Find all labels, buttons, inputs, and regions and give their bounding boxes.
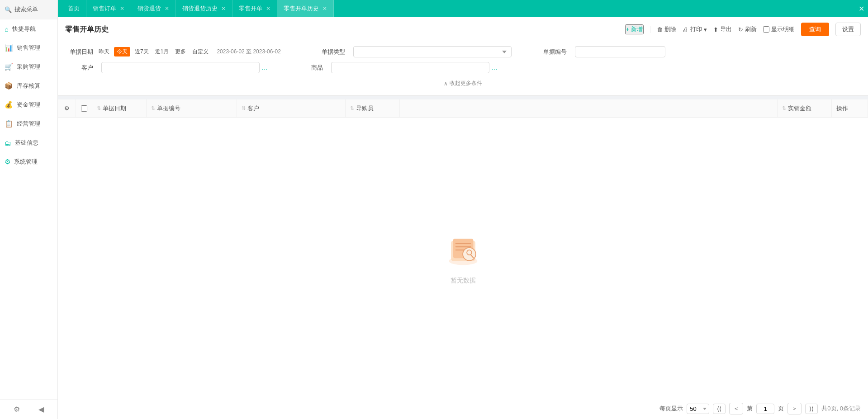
date-options: 昨天 今天 近7天 近1月 更多 自定义 2023-06-02 至 2023-0… (97, 47, 281, 56)
display-button-label: 显示明细 (771, 25, 795, 33)
delete-button-label: 删除 (664, 25, 676, 33)
tab-retail-history[interactable]: 零售开单历史 ✕ (277, 0, 334, 17)
page-title-row: 零售开单历史 + 新增 🗑 删除 🖨 打印 ▾ (65, 23, 861, 36)
sidebar-bottom: ⚙ ◀ (0, 399, 57, 419)
th-checkbox[interactable] (76, 99, 92, 117)
sidebar-item-inventory-label: 库存核算 (17, 82, 40, 90)
type-select[interactable] (353, 46, 512, 57)
no-input[interactable] (575, 46, 665, 57)
settings-col-icon: ⚙ (64, 105, 70, 112)
tab-retail-order-label: 零售开单 (239, 5, 262, 13)
no-label: 单据编号 (539, 48, 570, 56)
sidebar-search[interactable]: 🔍 搜索采单 (0, 0, 57, 19)
sidebar-item-inventory[interactable]: 📦 库存核算 (0, 76, 57, 95)
collapse-icon[interactable]: ◀ (38, 405, 44, 414)
sidebar-item-system[interactable]: ⚙ 系统管理 (0, 152, 57, 171)
select-all-checkbox[interactable] (81, 105, 87, 112)
collapse-bar[interactable]: ∧ 收起更多条件 (65, 78, 861, 91)
sidebar-item-home[interactable]: ⌂ 快捷导航 (0, 19, 57, 38)
tab-home-label: 首页 (68, 5, 80, 13)
tab-return-close[interactable]: ✕ (165, 5, 169, 12)
th-date[interactable]: ⇅ 单据日期 (92, 99, 147, 117)
sales-icon: 📊 (5, 44, 13, 52)
empty-state: 暂无数据 (58, 118, 868, 398)
date-option-more[interactable]: 更多 (173, 47, 188, 56)
sidebar-item-purchase[interactable]: 🛒 采购管理 (0, 57, 57, 76)
set-button-label: 设置 (842, 26, 854, 33)
date-option-custom[interactable]: 自定义 (190, 47, 210, 56)
filter-area: 单据日期 昨天 今天 近7天 近1月 更多 自定义 2023-06-02 至 2… (65, 42, 861, 95)
date-option-1month[interactable]: 近1月 (153, 47, 171, 56)
tab-return-history-label: 销货退货历史 (182, 5, 218, 13)
inventory-icon: 📦 (5, 82, 13, 90)
sidebar-item-management-label: 经营管理 (17, 120, 40, 128)
sidebar-item-management[interactable]: 📋 经营管理 (0, 114, 57, 133)
customer-input[interactable] (101, 62, 260, 73)
display-checkbox[interactable] (763, 26, 769, 33)
last-page-button[interactable]: ⟩⟩ (805, 404, 818, 414)
sidebar-item-finance-label: 资金管理 (17, 101, 40, 109)
no-sort-icon: ⇅ (151, 105, 155, 111)
date-option-7days[interactable]: 近7天 (133, 47, 151, 56)
main-area: 首页 销售订单 ✕ 销货退货 ✕ 销货退货历史 ✕ 零售开单 ✕ 零售开单历史 … (58, 0, 868, 419)
tab-retail-order-close[interactable]: ✕ (266, 5, 270, 12)
tab-retail-history-label: 零售开单历史 (284, 5, 319, 13)
goods-ellipsis[interactable]: … (491, 64, 498, 71)
th-date-label: 单据日期 (103, 104, 126, 113)
delete-icon: 🗑 (657, 26, 663, 33)
display-button[interactable]: 显示明细 (763, 25, 795, 33)
th-action: 操作 (832, 99, 868, 117)
guide-sort-icon: ⇅ (350, 105, 354, 111)
th-settings[interactable]: ⚙ (58, 99, 76, 117)
th-guide[interactable]: ⇅ 导购员 (346, 99, 400, 117)
tab-sales-order-close[interactable]: ✕ (120, 5, 124, 12)
date-option-today[interactable]: 今天 (114, 47, 130, 56)
sidebar-item-finance[interactable]: 💰 资金管理 (0, 95, 57, 114)
date-option-yesterday[interactable]: 昨天 (97, 47, 111, 56)
date-range-display: 2023-06-02 至 2023-06-02 (217, 48, 280, 56)
first-page-button[interactable]: ⟨⟨ (713, 404, 726, 414)
query-button[interactable]: 查询 (801, 23, 829, 36)
sidebar: 🔍 搜索采单 ⌂ 快捷导航 📊 销售管理 🛒 采购管理 📦 库存核算 💰 资金管… (0, 0, 58, 419)
goods-input[interactable] (331, 62, 489, 73)
th-customer-label: 客户 (247, 104, 259, 113)
date-label: 单据日期 (65, 48, 97, 56)
prev-page-button[interactable]: ＜ (729, 403, 743, 414)
tab-return-history[interactable]: 销货退货历史 ✕ (176, 0, 232, 17)
toolbar: + 新增 🗑 删除 🖨 打印 ▾ ⬆ 导出 (625, 23, 861, 36)
filter-row-date: 单据日期 昨天 今天 近7天 近1月 更多 自定义 2023-06-02 至 2… (65, 46, 861, 57)
empty-text: 暂无数据 (451, 277, 476, 285)
per-page-select[interactable]: 50 10 20 100 (687, 404, 709, 414)
next-page-button[interactable]: ＞ (787, 403, 802, 414)
th-customer[interactable]: ⇅ 客户 (237, 99, 346, 117)
per-page-label: 每页显示 (659, 405, 683, 413)
finance-icon: 💰 (5, 101, 13, 109)
tab-return-history-close[interactable]: ✕ (221, 5, 226, 12)
sidebar-item-basic[interactable]: 🗂 基础信息 (0, 133, 57, 152)
sidebar-item-basic-label: 基础信息 (15, 139, 38, 147)
delete-button[interactable]: 🗑 删除 (657, 25, 676, 33)
print-button[interactable]: 🖨 打印 ▾ (683, 25, 707, 33)
page-input[interactable]: 1 (756, 404, 774, 414)
th-amount[interactable]: ⇅ 实销金额 (778, 99, 832, 117)
sidebar-item-sales[interactable]: 📊 销售管理 (0, 38, 57, 57)
tab-retail-order[interactable]: 零售开单 ✕ (232, 0, 277, 17)
export-button[interactable]: ⬆ 导出 (713, 25, 732, 33)
customer-ellipsis[interactable]: … (261, 64, 268, 71)
page-total: 共0页, 0条记录 (821, 405, 861, 413)
tab-home[interactable]: 首页 (62, 0, 86, 17)
refresh-button[interactable]: ↻ 刷新 (738, 25, 757, 33)
tab-bar: 首页 销售订单 ✕ 销货退货 ✕ 销货退货历史 ✕ 零售开单 ✕ 零售开单历史 … (58, 0, 868, 17)
th-no[interactable]: ⇅ 单据编号 (147, 99, 237, 117)
type-label: 单据类型 (317, 48, 349, 56)
page-suffix: 页 (778, 405, 784, 413)
purchase-icon: 🛒 (5, 63, 13, 71)
add-button[interactable]: + 新增 (625, 24, 644, 34)
tab-sales-order[interactable]: 销售订单 ✕ (86, 0, 131, 17)
tab-return[interactable]: 销货退货 ✕ (131, 0, 176, 17)
collapse-label: 收起更多条件 (450, 80, 482, 87)
set-button[interactable]: 设置 (835, 23, 861, 36)
settings-bottom-icon[interactable]: ⚙ (14, 405, 20, 414)
close-window-icon[interactable]: ✕ (859, 5, 864, 13)
tab-retail-history-close[interactable]: ✕ (323, 5, 327, 12)
